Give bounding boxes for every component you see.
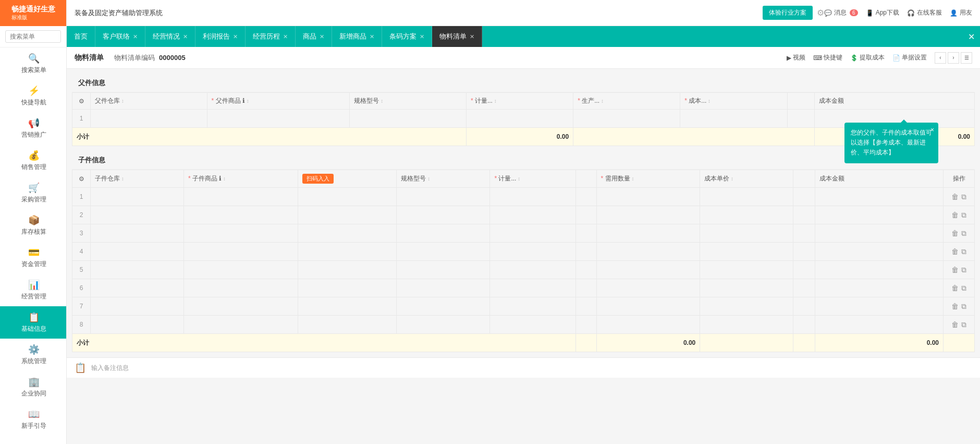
close-all-tabs[interactable]: ✕ [963, 32, 980, 42]
delete-btn-5[interactable]: 🗑 [951, 266, 959, 274]
close-icon[interactable]: ✕ [420, 33, 424, 40]
child-spec-1[interactable] [397, 188, 490, 206]
delete-btn-6[interactable]: 🗑 [951, 284, 959, 293]
delete-btn-8[interactable]: 🗑 [951, 320, 959, 329]
tab-customer[interactable]: 客户联络✕ [95, 26, 145, 47]
sidebar-item-finance[interactable]: 💳 资金管理 [0, 242, 66, 274]
parent-production-cell[interactable] [573, 110, 680, 128]
delete-btn-2[interactable]: 🗑 [951, 211, 959, 220]
tab-history[interactable]: 经营历程✕ [246, 26, 296, 47]
sidebar-item-purchase[interactable]: 🛒 采购管理 [0, 177, 66, 209]
shortcut-action[interactable]: ⌨ 快捷键 [813, 53, 842, 62]
close-icon[interactable]: ✕ [233, 33, 238, 40]
sidebar-item-sales[interactable]: 💰 销售管理 [0, 145, 66, 177]
next-arrow[interactable]: › [948, 52, 959, 64]
child-section-container: 子件信息 ⚙ 子件仓库 * 子件商品 ℹ 扫码入入 规格型号 * 计量... *… [67, 146, 980, 357]
sidebar-item-operations[interactable]: 📊 经营管理 [0, 274, 66, 306]
parent-col-spec[interactable]: 规格型号 [350, 93, 467, 110]
child-section-title: 子件信息 [78, 156, 105, 164]
parent-warehouse-cell[interactable] [91, 110, 207, 128]
close-icon[interactable]: ✕ [320, 33, 324, 40]
sidebar-item-search[interactable]: 🔍 搜索菜单 [0, 47, 66, 80]
parent-unit-cell[interactable] [466, 110, 573, 128]
message-icon: 💬 [824, 9, 832, 17]
tooltip-close-btn[interactable]: × [930, 125, 934, 135]
parent-col-warehouse[interactable]: 父件仓库 [91, 93, 207, 110]
child-unit-price-1[interactable] [700, 188, 793, 206]
sidebar-item-system[interactable]: ⚙️ 系统管理 [0, 339, 66, 371]
child-col-spec[interactable]: 规格型号 [397, 170, 490, 188]
copy-btn-6[interactable]: ⧉ [961, 284, 966, 293]
child-warehouse-1[interactable] [91, 188, 184, 206]
finance-icon: 💳 [28, 247, 40, 258]
copy-btn-1[interactable]: ⧉ [961, 193, 966, 201]
parent-col-unit[interactable]: * 计量... [466, 93, 573, 110]
single-settings-action[interactable]: 📄 单据设置 [892, 53, 927, 62]
child-col-unit-price[interactable]: 成本单价 [700, 170, 793, 188]
copy-btn-5[interactable]: ⧉ [961, 266, 966, 274]
extract-cost-action[interactable]: 💲 提取成本 [850, 53, 885, 62]
close-icon[interactable]: ✕ [183, 33, 188, 40]
page-code-area: 物料清单编码 0000005 [114, 53, 186, 63]
shortcut-label: 快捷键 [824, 53, 842, 62]
sidebar-item-quicknav[interactable]: ⚡ 快捷导航 [0, 80, 66, 112]
delete-btn-1[interactable]: 🗑 [951, 193, 959, 201]
close-icon[interactable]: ✕ [370, 33, 374, 40]
delete-btn-3[interactable]: 🗑 [951, 229, 959, 238]
tab-barcode[interactable]: 条码方案✕ [382, 26, 432, 47]
user-action[interactable]: 👤 用友 [950, 8, 972, 17]
tab-operations[interactable]: 经营情况✕ [145, 26, 195, 47]
tab-bom[interactable]: 物料清单✕ [432, 26, 482, 47]
tab-product[interactable]: 商品✕ [296, 26, 332, 47]
child-product-1[interactable] [183, 188, 298, 206]
child-col-unit[interactable]: * 计量... [490, 170, 575, 188]
sidebar-item-inventory[interactable]: 📦 库存核算 [0, 209, 66, 242]
trial-button[interactable]: 体验行业方案 [763, 6, 813, 20]
inventory-icon: 📦 [28, 214, 40, 226]
child-unit-1[interactable] [490, 188, 575, 206]
child-row-num: 1 [72, 188, 91, 206]
copy-btn-2[interactable]: ⧉ [961, 211, 966, 220]
copy-btn-8[interactable]: ⧉ [961, 320, 966, 329]
sidebar-item-guide[interactable]: 📖 新手引导 [0, 403, 66, 436]
sidebar-item-enterprise[interactable]: 🏢 企业协同 [0, 371, 66, 403]
parent-spec-cell[interactable] [350, 110, 467, 128]
child-spacer2-1 [793, 188, 815, 206]
tab-new-product[interactable]: 新增商品✕ [332, 26, 382, 47]
parent-product-cell[interactable] [207, 110, 350, 128]
app-download-action[interactable]: 📱 App下载 [866, 8, 899, 17]
child-qty-1[interactable] [596, 188, 700, 206]
close-icon[interactable]: ✕ [470, 33, 474, 40]
parent-col-product[interactable]: * 父件商品 ℹ [207, 93, 350, 110]
copy-btn-7[interactable]: ⧉ [961, 302, 966, 311]
online-service-action[interactable]: 🎧 在线客服 [907, 8, 942, 17]
tab-profit[interactable]: 利润报告✕ [195, 26, 246, 47]
scan-button[interactable]: 扫码入入 [302, 174, 334, 184]
sidebar-item-marketing[interactable]: 📢 营销推广 [0, 112, 66, 145]
settings-icon[interactable]: ⚙ [817, 8, 824, 18]
tab-home[interactable]: 首页 [67, 26, 95, 47]
delete-btn-7[interactable]: 🗑 [951, 302, 959, 311]
notes-placeholder[interactable]: 输入备注信息 [91, 364, 129, 373]
copy-btn-4[interactable]: ⧉ [961, 247, 966, 256]
child-col-qty[interactable]: * 需用数量 [596, 170, 700, 188]
parent-col-settings[interactable]: ⚙ [72, 93, 91, 110]
parent-cost-cell[interactable] [680, 110, 787, 128]
parent-col-cost[interactable]: * 成本... [680, 93, 787, 110]
child-table-row: 6 🗑⧉ [72, 279, 975, 297]
list-view-btn[interactable]: ☰ [961, 52, 972, 64]
close-icon[interactable]: ✕ [133, 33, 138, 40]
prev-arrow[interactable]: ‹ [935, 52, 946, 64]
close-icon[interactable]: ✕ [283, 33, 288, 40]
sidebar-item-basic[interactable]: 📋 基础信息 [0, 306, 66, 339]
sidebar-nav: 🔍 搜索菜单 ⚡ 快捷导航 📢 营销推广 💰 销售管理 🛒 采购管理 📦 库存核… [0, 47, 66, 444]
parent-col-production[interactable]: * 生产... [573, 93, 680, 110]
delete-btn-4[interactable]: 🗑 [951, 247, 959, 256]
child-col-settings[interactable]: ⚙ [72, 170, 91, 188]
child-col-product[interactable]: * 子件商品 ℹ [183, 170, 298, 188]
child-col-warehouse[interactable]: 子件仓库 [91, 170, 184, 188]
view-action[interactable]: ▶ 视频 [787, 53, 805, 62]
copy-btn-3[interactable]: ⧉ [961, 229, 966, 238]
message-action[interactable]: 💬 消息 6 [824, 8, 858, 17]
search-input[interactable] [5, 30, 61, 43]
